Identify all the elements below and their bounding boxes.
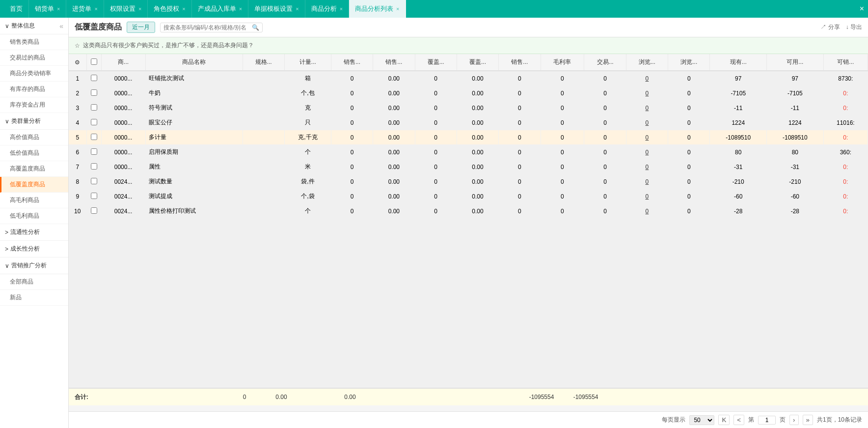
cell-sellable: 0: [823,174,868,189]
cell-check[interactable] [86,115,101,130]
search-icon[interactable]: 🔍 [252,24,259,31]
cell-browse2: 0 [668,145,710,160]
sidebar-item-high-value[interactable]: 高价值商品 [0,130,68,145]
cell-browse1[interactable]: 0 [626,115,668,130]
nav-tab-product-analysis[interactable]: 商品分析 × [305,0,349,18]
cell-browse1[interactable]: 0 [626,145,668,160]
cell-unit: 克 [284,101,331,115]
sidebar-item-traded-goods[interactable]: 交易过的商品 [0,50,68,66]
close-icon[interactable]: × [296,6,298,12]
select-all-checkbox[interactable] [91,58,97,65]
nav-tab-product-analysis-list[interactable]: 商品分析列表 × [349,0,406,18]
cell-browse1[interactable]: 0 [626,86,668,101]
cell-check[interactable] [86,160,101,174]
sidebar-section-overall[interactable]: ∨ 整体信息 « [0,18,68,34]
cell-spec [243,204,284,219]
export-button[interactable]: ↓ 导出 [846,23,862,31]
sidebar-item-sales-goods[interactable]: 销售类商品 [0,34,68,50]
sidebar-section-liquidity[interactable]: > 流通性分析 [0,224,68,241]
row-checkbox[interactable] [91,178,97,184]
row-checkbox[interactable] [91,75,97,81]
row-checkbox[interactable] [91,148,97,155]
cell-settings: 8 [69,174,86,189]
row-checkbox[interactable] [91,134,97,140]
page-size-select[interactable]: 50 100 200 [689,415,714,425]
sidebar-item-all-goods[interactable]: 全部商品 [0,274,68,290]
row-checkbox[interactable] [91,207,97,214]
cell-cover2: 0.00 [457,145,498,160]
cell-check[interactable] [86,101,101,115]
horizontal-scrollbar[interactable] [69,405,868,411]
cell-check[interactable] [86,71,101,86]
close-icon[interactable]: × [94,6,97,12]
th-settings[interactable]: ⚙ [69,54,86,71]
sidebar-item-low-margin[interactable]: 低毛利商品 [0,208,68,224]
sidebar-item-stocked-goods[interactable]: 有库存的商品 [0,82,68,97]
nav-tab-templates[interactable]: 单据模板设置 × [248,0,305,18]
sidebar-section-marketing[interactable]: ∨ 营销推广分析 [0,257,68,274]
cell-code: 0000... [101,130,145,145]
nav-tab-purchase[interactable]: 进货单 × [66,0,104,18]
sidebar-item-high-coverage[interactable]: 高覆盖度商品 [0,161,68,177]
sidebar-item-new-goods[interactable]: 新品 [0,290,68,306]
close-all-button[interactable]: × [860,4,864,13]
nav-tab-sales[interactable]: 销货单 × [29,0,66,18]
cell-current: 97 [710,71,767,86]
close-icon[interactable]: × [239,6,242,12]
chevron-icon: > [5,246,8,253]
cell-browse1[interactable]: 0 [626,71,668,86]
sidebar-section-category[interactable]: ∨ 类群量分析 [0,113,68,130]
th-browse2: 浏览... [668,54,710,71]
close-icon[interactable]: × [138,6,141,12]
cell-check[interactable] [86,174,101,189]
table-row: 5 0000... 多计量 克,千克 0 0.00 0 0.00 0 0 0 0… [69,130,868,145]
cell-sales-qty: 0 [331,86,373,101]
first-page-button[interactable]: K [718,415,730,425]
row-checkbox[interactable] [91,119,97,125]
cell-gross-rate: 0 [541,71,584,86]
table-container[interactable]: ⚙ 商... 商品名称 规格... 计量... [69,54,868,388]
nav-tab-stock-in[interactable]: 产成品入库单 × [192,0,248,18]
cell-browse1[interactable]: 0 [626,189,668,204]
sidebar-item-low-value[interactable]: 低价值商品 [0,145,68,161]
nav-tab-roles[interactable]: 角色授权 × [148,0,191,18]
sidebar-item-inventory-capital[interactable]: 库存资金占用 [0,97,68,113]
cell-check[interactable] [86,130,101,145]
cell-check[interactable] [86,204,101,219]
sidebar-item-low-coverage[interactable]: 低覆盖度商品 [0,177,68,193]
table-row: 8 0024... 测试数量 袋,件 0 0.00 0 0.00 0 0 0 0… [69,174,868,189]
cell-browse1[interactable]: 0 [626,101,668,115]
share-button[interactable]: ↗ 分享 [820,23,840,31]
search-input[interactable] [163,24,252,31]
close-icon[interactable]: × [182,6,185,12]
cell-check[interactable] [86,86,101,101]
filter-recent-month-button[interactable]: 近一月 [127,22,155,33]
sidebar-section-growth[interactable]: > 成长性分析 [0,241,68,257]
close-icon[interactable]: × [396,6,399,12]
collapse-sidebar-icon[interactable]: « [59,22,63,30]
cell-name: 属性 [145,160,243,174]
next-page-button[interactable]: › [789,415,798,425]
sidebar-item-category-rate[interactable]: 商品分类动销率 [0,66,68,82]
cell-sales3: 0 [499,160,541,174]
sidebar-item-high-margin[interactable]: 高毛利商品 [0,193,68,208]
prev-page-button[interactable]: < [733,415,744,425]
nav-tab-home[interactable]: 首页 [4,0,29,18]
page-number-input[interactable] [758,416,776,425]
row-checkbox[interactable] [91,89,97,96]
close-icon[interactable]: × [57,6,60,12]
row-checkbox[interactable] [91,193,97,199]
cell-current: 1224 [710,115,767,130]
nav-tab-permissions[interactable]: 权限设置 × [104,0,148,18]
row-checkbox[interactable] [91,104,97,111]
cell-check[interactable] [86,145,101,160]
cell-browse1[interactable]: 0 [626,204,668,219]
row-checkbox[interactable] [91,163,97,170]
cell-browse1[interactable]: 0 [626,130,668,145]
last-page-button[interactable]: » [803,415,813,425]
cell-check[interactable] [86,189,101,204]
cell-browse1[interactable]: 0 [626,160,668,174]
cell-browse1[interactable]: 0 [626,174,668,189]
close-icon[interactable]: × [340,6,343,12]
cell-unit: 克,千克 [284,130,331,145]
